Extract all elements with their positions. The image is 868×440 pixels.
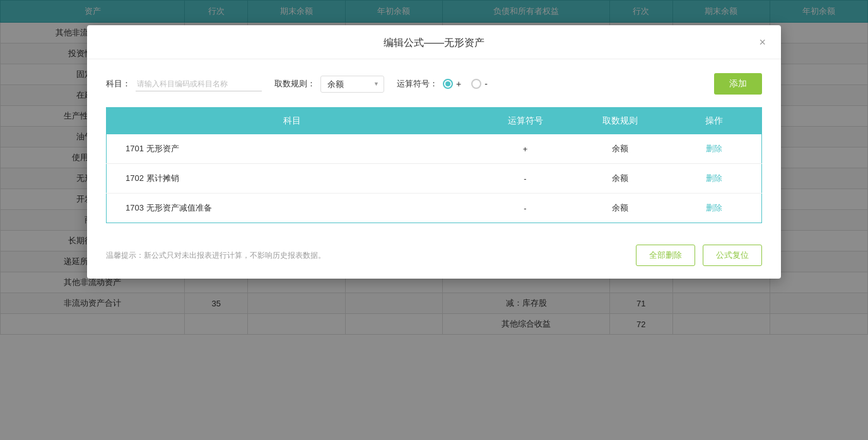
modal-title: 编辑公式——无形资产 <box>384 37 484 50</box>
radio-minus-circle <box>471 79 481 89</box>
delete-link[interactable]: 删除 <box>706 144 722 153</box>
close-button[interactable]: × <box>754 33 771 51</box>
formula-rule: 余额 <box>573 194 667 223</box>
delete-link[interactable]: 删除 <box>706 173 722 183</box>
reset-formula-button[interactable]: 公式复位 <box>703 245 762 266</box>
operator-minus-label: - <box>484 79 488 89</box>
formula-action: 删除 <box>667 194 762 223</box>
form-row: 科目： 取数规则： 余额 借方 贷方 借方发生额 贷方发生额 <box>106 73 762 95</box>
formula-subject: 1703 无形资产减值准备 <box>107 194 478 223</box>
modal-body: 科目： 取数规则： 余额 借方 贷方 借方发生额 贷方发生额 <box>87 59 781 236</box>
operator-plus-label: + <box>456 79 461 89</box>
modal-header: 编辑公式——无形资产 × <box>87 25 781 59</box>
operator-plus-radio[interactable]: + <box>443 79 461 89</box>
operator-group: 运算符号： + - <box>397 78 488 90</box>
table-header-action: 操作 <box>667 108 762 135</box>
formula-row: 1702 累计摊销-余额删除 <box>107 164 762 194</box>
footer-tip: 温馨提示：新公式只对未出报表进行计算，不影响历史报表数据。 <box>106 250 326 261</box>
edit-formula-modal: 编辑公式——无形资产 × 科目： 取数规则： 余额 借方 贷方 <box>87 25 781 279</box>
subject-label: 科目： <box>106 78 131 90</box>
fetch-rule-select[interactable]: 余额 借方 贷方 借方发生额 贷方发生额 <box>320 76 384 93</box>
fetch-rule-select-wrap: 余额 借方 贷方 借方发生额 贷方发生额 <box>320 76 384 93</box>
formula-row: 1701 无形资产+余额删除 <box>107 134 762 164</box>
radio-plus-circle <box>443 79 453 89</box>
formula-rule: 余额 <box>573 134 667 164</box>
operator-label: 运算符号： <box>397 78 438 90</box>
modal-overlay: 编辑公式——无形资产 × 科目： 取数规则： 余额 借方 贷方 <box>0 0 868 440</box>
footer-buttons: 全部删除 公式复位 <box>636 245 762 266</box>
formula-rule: 余额 <box>573 164 667 194</box>
formula-action: 删除 <box>667 134 762 164</box>
formula-operator: - <box>478 164 573 194</box>
fetch-rule-group: 取数规则： 余额 借方 贷方 借方发生额 贷方发生额 <box>274 76 384 93</box>
operator-radio-group: + - <box>443 79 488 89</box>
table-header-rule: 取数规则 <box>573 108 667 135</box>
fetch-rule-label: 取数规则： <box>274 78 315 90</box>
delete-link[interactable]: 删除 <box>706 203 722 212</box>
subject-group: 科目： <box>106 76 262 91</box>
table-header-subject: 科目 <box>107 108 478 135</box>
formula-action: 删除 <box>667 164 762 194</box>
add-button[interactable]: 添加 <box>714 73 762 95</box>
operator-minus-radio[interactable]: - <box>471 79 488 89</box>
delete-all-button[interactable]: 全部删除 <box>636 245 695 266</box>
formula-subject: 1701 无形资产 <box>107 134 478 164</box>
formula-table: 科目 运算符号 取数规则 操作 1701 无形资产+余额删除1702 累计摊销-… <box>106 107 762 223</box>
formula-row: 1703 无形资产减值准备-余额删除 <box>107 194 762 223</box>
formula-operator: - <box>478 194 573 223</box>
formula-subject: 1702 累计摊销 <box>107 164 478 194</box>
formula-operator: + <box>478 134 573 164</box>
subject-input[interactable] <box>136 76 262 91</box>
modal-footer: 温馨提示：新公式只对未出报表进行计算，不影响历史报表数据。 全部删除 公式复位 <box>87 236 781 279</box>
table-header-operator: 运算符号 <box>478 108 573 135</box>
